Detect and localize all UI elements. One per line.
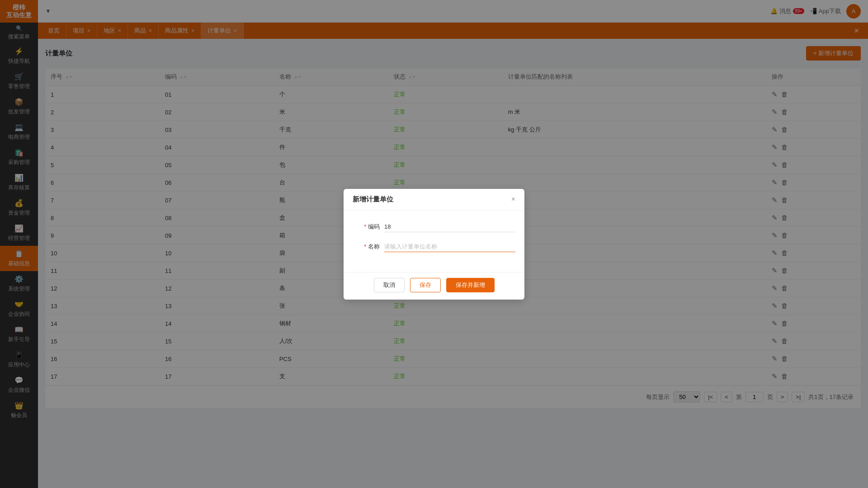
code-input[interactable] [384,221,515,232]
modal-header: 新增计量单位 × [344,189,524,211]
name-input[interactable] [384,241,515,252]
modal-title: 新增计量单位 [353,195,393,204]
form-row-code: 编码 [353,221,515,232]
modal-body: 编码 名称 [344,211,524,272]
add-unit-modal: 新增计量单位 × 编码 名称 取消 保存 保存并新增 [344,189,524,300]
code-label: 编码 [353,223,380,231]
form-row-name: 名称 [353,241,515,252]
modal-footer: 取消 保存 保存并新增 [344,272,524,300]
modal-overlay[interactable]: 新增计量单位 × 编码 名称 取消 保存 保存并新增 [0,0,868,488]
save-and-add-button[interactable]: 保存并新增 [446,278,495,292]
cancel-button[interactable]: 取消 [374,278,405,292]
name-label: 名称 [353,243,380,251]
save-button[interactable]: 保存 [410,278,441,292]
modal-close-button[interactable]: × [511,195,515,203]
